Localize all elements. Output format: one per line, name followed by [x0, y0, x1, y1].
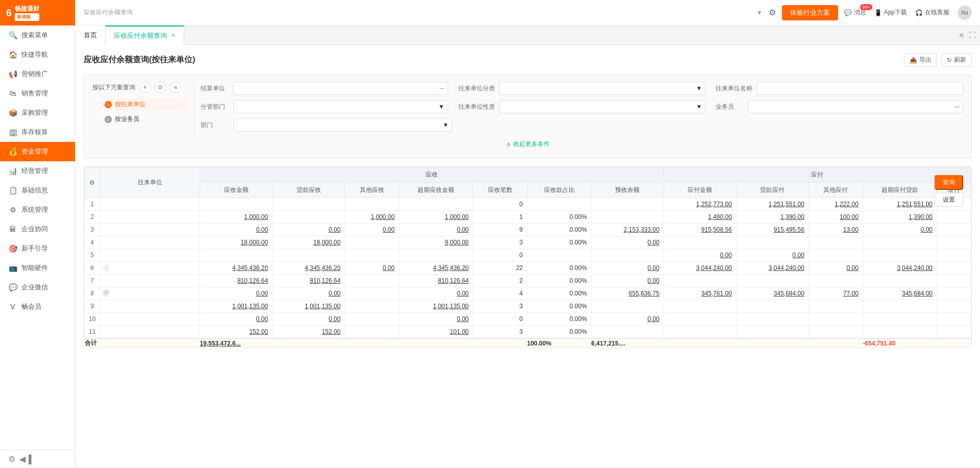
row-other-ar[interactable]	[345, 198, 399, 211]
row-loan-ap[interactable]: 345,684.00	[736, 287, 808, 300]
row-ar[interactable]: 0.00	[200, 313, 273, 326]
row-prepaid[interactable]: 0.00	[591, 275, 664, 287]
row-overdue-ar[interactable]	[399, 249, 473, 262]
row-prepaid[interactable]	[591, 326, 664, 339]
row-overdue-ap[interactable]	[863, 300, 937, 313]
row-other-ar[interactable]	[345, 249, 399, 262]
subdept-select[interactable]: ▼	[233, 118, 452, 132]
tab-maximize-icon[interactable]: ⛶	[969, 31, 976, 39]
row-ar[interactable]	[200, 249, 273, 262]
row-overdue-ar[interactable]: 810,126.64	[399, 275, 473, 287]
row-other-ar[interactable]	[345, 300, 399, 313]
settings-bottom-icon[interactable]: ⚙	[8, 454, 15, 464]
sidebar-item-purchase[interactable]: 📦 采购管理	[0, 103, 75, 122]
row-loan-ap[interactable]	[736, 313, 808, 326]
promo-button[interactable]: 体验行业方案	[782, 5, 838, 20]
row-loan-ar[interactable]: 4,345,436.20	[273, 262, 345, 275]
collapse-more-button[interactable]: ∧ 收起更多条件	[92, 137, 963, 152]
scheme-item-by-unit[interactable]: ⊙ 按往来单位	[101, 98, 188, 111]
export-button[interactable]: 📤 导出	[904, 53, 937, 67]
unit-nature-select[interactable]: ▼	[499, 100, 706, 113]
footer-ar[interactable]: 19,553,472.6...	[200, 338, 273, 348]
row-loan-ar[interactable]: 0.00	[273, 224, 345, 236]
row-loan-ar[interactable]: 0.00	[273, 313, 345, 326]
unit-name-input[interactable]	[756, 82, 963, 95]
sidebar-item-finance[interactable]: 💰 资金管理	[0, 142, 75, 161]
row-ap[interactable]	[664, 236, 736, 249]
row-other-ap[interactable]	[808, 249, 863, 262]
user-avatar[interactable]: Rit	[958, 6, 972, 20]
row-loan-ap[interactable]	[736, 236, 808, 249]
row-loan-ap[interactable]: 1,251,551.00	[736, 198, 808, 211]
row-other-ar[interactable]	[345, 236, 399, 249]
tab-home[interactable]: 首页	[76, 26, 106, 45]
collapse-sidebar-icon[interactable]: ◀▐	[19, 454, 31, 464]
sidebar-item-system[interactable]: ⚙ 系统管理	[0, 200, 75, 219]
row-overdue-ap[interactable]: 0.00	[863, 224, 937, 236]
refresh-button[interactable]: ↻ 刷新	[941, 53, 972, 67]
messages-button[interactable]: 💬 消息 99+	[844, 8, 866, 17]
row-loan-ar[interactable]: 810,126.64	[273, 275, 345, 287]
row-overdue-ar[interactable]: 9,000.00	[399, 236, 473, 249]
row-overdue-ap[interactable]	[863, 326, 937, 339]
sidebar-item-vip[interactable]: V 畅会员	[0, 297, 75, 316]
row-loan-ap[interactable]: 1,390.00	[736, 211, 808, 224]
row-other-ap[interactable]: 100.00	[808, 211, 863, 224]
row-prepaid[interactable]	[591, 211, 664, 224]
row-other-ar[interactable]	[345, 287, 399, 300]
row-overdue-ar[interactable]: 4,345,436.20	[399, 262, 473, 275]
row-ar[interactable]: 1,000.00	[200, 211, 273, 224]
row-prepaid[interactable]	[591, 300, 664, 313]
row-other-ar[interactable]: 1,000.00	[345, 211, 399, 224]
sidebar-item-hardware[interactable]: 📺 智能硬件	[0, 258, 75, 278]
row-ar[interactable]	[200, 198, 273, 211]
row-overdue-ar[interactable]: 0.00	[399, 224, 473, 236]
row-prepaid[interactable]: 0.00	[591, 262, 664, 275]
row-other-ap[interactable]: 13.00	[808, 224, 863, 236]
row-other-ap[interactable]	[808, 275, 863, 287]
header-settings-icon[interactable]: ⚙	[769, 8, 776, 17]
row-loan-ar[interactable]: 152.00	[273, 326, 345, 339]
row-loan-ap[interactable]: 0.00	[736, 249, 808, 262]
category-select[interactable]: ▼	[499, 82, 706, 95]
tab-arb[interactable]: 应收应付余额查询 ✕	[106, 26, 184, 45]
online-service-button[interactable]: 🎧 在线客服	[915, 8, 949, 17]
row-other-ap[interactable]	[808, 326, 863, 339]
row-overdue-ar[interactable]: 1,001,135.00	[399, 300, 473, 313]
row-other-ap[interactable]: 1,222.00	[808, 198, 863, 211]
sidebar-item-sales[interactable]: 🛍 销售管理	[0, 84, 75, 103]
row-loan-ar[interactable]: 18,000.00	[273, 236, 345, 249]
row-prepaid[interactable]: 0.00	[591, 236, 664, 249]
add-scheme-button[interactable]: +	[139, 82, 151, 93]
row-loan-ap[interactable]	[736, 300, 808, 313]
row-ap[interactable]: 0.00	[664, 249, 736, 262]
table-settings-icon[interactable]: ⚙	[85, 167, 100, 198]
salesman-input[interactable]: ···	[748, 100, 963, 113]
row-prepaid[interactable]: 655,636.75	[591, 287, 664, 300]
row-loan-ap[interactable]	[736, 275, 808, 287]
dept-select[interactable]: ▼	[233, 100, 448, 113]
row-loan-ar[interactable]: 1,001,135.00	[273, 300, 345, 313]
row-ap[interactable]	[664, 326, 736, 339]
sidebar-item-guide[interactable]: 🎯 新手引导	[0, 239, 75, 258]
row-prepaid[interactable]: 0.00	[591, 313, 664, 326]
tab-close-window-icon[interactable]: ✕	[959, 31, 965, 39]
row-ap[interactable]: 1,252,773.00	[664, 198, 736, 211]
row-overdue-ap[interactable]: 1,390.00	[863, 211, 937, 224]
sidebar-item-search[interactable]: 🔍 搜索菜单	[0, 26, 75, 45]
scheme-item-by-salesman[interactable]: ⊙ 按业务员	[101, 113, 188, 126]
row-other-ar[interactable]	[345, 313, 399, 326]
row-ar[interactable]: 0.00	[200, 224, 273, 236]
row-ap[interactable]	[664, 275, 736, 287]
row-overdue-ap[interactable]	[863, 313, 937, 326]
row-ap[interactable]: 3,044,240.00	[664, 262, 736, 275]
row-loan-ap[interactable]: 915,495.56	[736, 224, 808, 236]
row-overdue-ap[interactable]: 3,044,240.00	[863, 262, 937, 275]
breadcrumb-chevron-icon[interactable]: ▼	[756, 9, 763, 16]
row-loan-ap[interactable]: 3,044,240.00	[736, 262, 808, 275]
row-overdue-ar[interactable]: 101.00	[399, 326, 473, 339]
row-ap[interactable]: 1,490.00	[664, 211, 736, 224]
row-ar[interactable]: 0.00	[200, 287, 273, 300]
row-other-ar[interactable]: 0.00	[345, 262, 399, 275]
row-ar[interactable]: 152.00	[200, 326, 273, 339]
